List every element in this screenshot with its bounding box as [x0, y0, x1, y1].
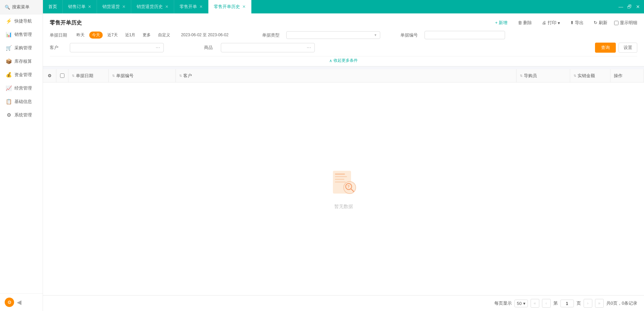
table-area: ⚙ ⇅ 单据日期 ⇅ 单据编号 ⇅ 客户 ⇅ — [43, 69, 644, 311]
per-page-arrow-icon: ▾ — [523, 301, 526, 306]
add-button[interactable]: + 新增 — [492, 18, 511, 28]
first-page-button[interactable]: « — [531, 299, 539, 308]
tab-close-sales-order[interactable]: ✕ — [88, 4, 91, 9]
export-button[interactable]: ⬆ 导出 — [567, 18, 587, 28]
filter-row-1: 单据日期 昨天今天近7天近1月更多自定义 2023-06-02 至 2023-0… — [50, 31, 637, 39]
sidebar-collapse-button[interactable]: ◀ — [17, 299, 21, 306]
sort-icon[interactable]: ⇅ — [72, 74, 75, 77]
close-window-button[interactable]: ✕ — [636, 4, 640, 9]
tab-close-sales-return[interactable]: ✕ — [122, 4, 126, 9]
main-area: 首页销售订单✕销货退货✕销货退货历史✕零售开单✕零售开单历史✕ — 🗗 ✕ 零售… — [43, 0, 644, 311]
page-title-row: 零售开单历史 + 新增 🗑 删除 🖨 打印 ▾ ⬆ 导出 ↻ 刷新 显示明细 — [50, 18, 637, 31]
print-button[interactable]: 🖨 打印 ▾ — [539, 18, 563, 28]
column-settings-button[interactable]: ⚙ — [43, 69, 56, 83]
page-suffix: 页 — [577, 300, 581, 306]
next-page-button[interactable]: › — [584, 299, 592, 308]
tab-sales-return-history[interactable]: 销货退货历史✕ — [131, 0, 174, 13]
svg-text:?: ? — [347, 185, 350, 189]
filter-area: 单据日期 昨天今天近7天近1月更多自定义 2023-06-02 至 2023-0… — [50, 31, 637, 66]
sidebar-item-basic-info[interactable]: 📋基础信息 — [0, 95, 43, 108]
date-option-custom[interactable]: 自定义 — [155, 32, 173, 39]
select-all-input[interactable] — [60, 73, 64, 78]
minimize-button[interactable]: — — [618, 4, 623, 9]
col-customer-label: 客户 — [183, 73, 192, 79]
col-salesperson-label: 导购员 — [524, 73, 537, 79]
restore-button[interactable]: 🗗 — [627, 4, 632, 9]
tab-bar: 首页销售订单✕销货退货✕销货退货历史✕零售开单✕零售开单历史✕ — 🗗 ✕ — [43, 0, 644, 13]
svg-rect-1 — [335, 173, 345, 175]
sidebar-item-purchase-mgmt[interactable]: 🛒采购管理 — [0, 41, 43, 55]
sort-amount-icon[interactable]: ⇅ — [574, 74, 576, 77]
select-all-checkbox[interactable] — [56, 69, 68, 83]
delete-button[interactable]: 🗑 删除 — [514, 18, 536, 28]
sidebar-item-sales-mgmt[interactable]: 📊销售管理 — [0, 28, 43, 41]
col-date-label: 单据日期 — [76, 73, 93, 79]
col-number-label: 单据编号 — [116, 73, 134, 79]
page-title: 零售开单历史 — [50, 19, 82, 27]
page-number-input[interactable] — [560, 300, 574, 307]
tab-retail-open[interactable]: 零售开单✕ — [174, 0, 208, 13]
nav-icon-operations: 📈 — [6, 85, 12, 91]
tab-bar-controls: — 🗗 ✕ — [618, 4, 644, 9]
chevron-up-icon: ∧ — [329, 58, 332, 63]
date-option-last7[interactable]: 近7天 — [105, 32, 120, 39]
tab-close-retail-open[interactable]: ✕ — [199, 4, 203, 9]
sidebar-item-operations[interactable]: 📈经营管理 — [0, 82, 43, 95]
nav-icon-basic-info: 📋 — [6, 99, 12, 105]
col-amount: ⇅ 实销金额 — [570, 69, 610, 83]
column-settings-icon: ⚙ — [48, 73, 52, 78]
search-menu-button[interactable]: 🔍 搜索菜单 — [0, 0, 43, 14]
sidebar-item-finance[interactable]: 💰资金管理 — [0, 68, 43, 82]
refresh-button[interactable]: ↻ 刷新 — [590, 18, 611, 28]
tab-sales-return[interactable]: 销货退货✕ — [97, 0, 131, 13]
filter-settings-button[interactable]: 设置 — [618, 43, 637, 53]
empty-illustration: ? — [327, 168, 360, 198]
svg-rect-4 — [335, 182, 346, 183]
svg-rect-2 — [335, 176, 347, 177]
sidebar-item-inventory[interactable]: 📦库存核算 — [0, 55, 43, 68]
last-page-button[interactable]: » — [595, 299, 604, 308]
date-option-yesterday[interactable]: 昨天 — [74, 32, 87, 39]
query-button[interactable]: 查询 — [595, 43, 616, 53]
chevron-down-icon: ▾ — [375, 33, 377, 37]
col-date: ⇅ 单据日期 — [68, 69, 109, 83]
date-option-today[interactable]: 今天 — [89, 32, 103, 39]
tab-label-sales-return: 销货退货 — [102, 4, 120, 10]
tab-retail-open-history[interactable]: 零售开单历史✕ — [208, 0, 251, 13]
goods-input[interactable]: ··· — [221, 43, 315, 52]
tab-label-retail-open: 零售开单 — [180, 4, 197, 10]
sort-number-icon[interactable]: ⇅ — [112, 74, 115, 77]
per-page-select[interactable]: 50 ▾ — [514, 300, 528, 307]
filter-row-2: 客户 ··· 商品 ··· 查询 设置 — [50, 43, 637, 53]
order-type-select[interactable]: ▾ — [286, 31, 380, 39]
collapse-icon: ◀ — [17, 299, 21, 306]
sort-salesperson-icon[interactable]: ⇅ — [520, 74, 523, 77]
pagination: 每页显示 50 ▾ « ‹ 第 页 › » 共0页，0条记录 — [43, 295, 644, 311]
date-range-text: 2023-06-02 至 2023-06-02 — [181, 32, 228, 38]
prev-page-button[interactable]: ‹ — [542, 299, 551, 308]
collapse-filters-button[interactable]: ∧ 收起更多条件 — [50, 56, 637, 66]
toolbar: + 新增 🗑 删除 🖨 打印 ▾ ⬆ 导出 ↻ 刷新 显示明细 — [492, 18, 637, 28]
page-label: 第 — [553, 300, 558, 306]
nav-label-finance: 资金管理 — [14, 72, 32, 78]
date-option-last_month[interactable]: 近1月 — [122, 32, 138, 39]
tab-close-sales-return-history[interactable]: ✕ — [165, 4, 168, 9]
show-detail-checkbox[interactable]: 显示明细 — [614, 20, 637, 26]
order-number-input[interactable] — [425, 31, 505, 39]
sidebar-item-quick-nav[interactable]: ⚡快捷导航 — [0, 14, 43, 28]
search-menu-label: 搜索菜单 — [12, 4, 30, 10]
nav-label-operations: 经营管理 — [14, 85, 32, 91]
customer-input[interactable]: ··· — [70, 43, 164, 52]
print-label: 🖨 打印 — [542, 20, 556, 26]
date-option-more[interactable]: 更多 — [140, 32, 153, 39]
sort-customer-icon[interactable]: ⇅ — [179, 74, 182, 77]
tab-label-home: 首页 — [48, 4, 57, 10]
nav-icon-quick-nav: ⚡ — [6, 18, 12, 24]
nav-label-system-mgmt: 系统管理 — [14, 112, 32, 118]
show-detail-input[interactable] — [614, 21, 618, 25]
sidebar-item-system-mgmt[interactable]: ⚙系统管理 — [0, 108, 43, 122]
tab-sales-order[interactable]: 销售订单✕ — [63, 0, 97, 13]
settings-icon-button[interactable]: ⚙ — [5, 298, 14, 307]
tab-home[interactable]: 首页 — [43, 0, 63, 13]
tab-close-retail-open-history[interactable]: ✕ — [242, 4, 246, 9]
